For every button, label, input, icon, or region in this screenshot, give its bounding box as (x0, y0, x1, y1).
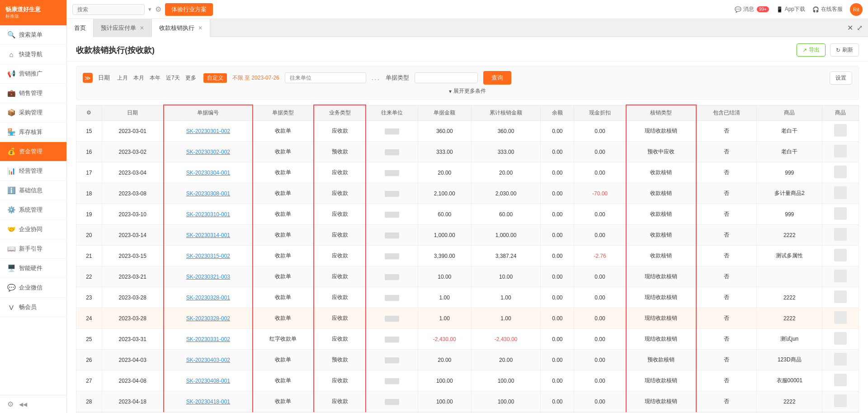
date-quick-btn-0[interactable]: 上月 (115, 73, 130, 83)
dropdown-icon[interactable]: ▾ (148, 6, 151, 13)
row-goods2 (822, 183, 859, 204)
partner-input[interactable] (285, 72, 366, 83)
sidebar-item-hardware[interactable]: 🖥️智能硬件 (0, 259, 66, 278)
date-quick-btn-3[interactable]: 近7天 (164, 73, 182, 83)
app-download-item[interactable]: 📱 App下载 (776, 5, 805, 13)
row-bill-no[interactable]: SK-20230304-001 (164, 162, 253, 183)
bill-type-select[interactable] (415, 72, 478, 83)
sidebar-item-finance[interactable]: 💰资金管理 (0, 142, 66, 161)
row-bill-no[interactable]: SK-20230403-002 (164, 350, 253, 370)
row-bill-no[interactable]: SK-20230314-001 (164, 225, 253, 246)
tab-prepay[interactable]: 预计应应付单✕ (94, 19, 152, 37)
date-quick-btn-2[interactable]: 本年 (148, 73, 162, 83)
sidebar-item-marketing[interactable]: 📢营销推广 (0, 64, 66, 84)
table-col-header-8: 余额 (541, 105, 574, 121)
row-bill-no[interactable]: SK-20230315-002 (164, 246, 253, 266)
row-verified: 333.00 (471, 142, 540, 162)
sidebar-item-inventory[interactable]: 🏪库存核算 (0, 123, 66, 142)
tab-close-receipt[interactable]: ✕ (198, 25, 203, 31)
avatar[interactable]: Rit (850, 3, 863, 16)
table-col-header-0[interactable]: ⚙ (76, 105, 102, 121)
date-quick-btn-4[interactable]: 更多 (184, 73, 198, 83)
bill-no-link[interactable]: SK-20230328-001 (186, 294, 230, 301)
tab-receipt[interactable]: 收款核销执行✕ (152, 19, 210, 37)
table-row: 172023-03-04SK-20230304-001收款单应收款████20.… (76, 162, 859, 183)
row-bill-no[interactable]: SK-20230310-001 (164, 204, 253, 225)
goods-thumb (834, 290, 847, 303)
expand-tab-button[interactable]: ⤢ (857, 24, 863, 32)
sidebar-item-sales[interactable]: 💼销售管理 (0, 84, 66, 103)
row-bill-no[interactable]: SK-20230331-002 (164, 329, 253, 350)
row-bill-no[interactable]: SK-20230328-001 (164, 287, 253, 308)
bill-no-link[interactable]: SK-20230304-001 (186, 170, 230, 176)
filter-expand-button[interactable]: ≫ (83, 73, 93, 83)
solution-button[interactable]: 体验行业方案 (165, 3, 213, 16)
row-bill-no[interactable]: SK-20230321-003 (164, 266, 253, 287)
bill-no-link[interactable]: SK-20230301-002 (186, 128, 230, 134)
sidebar-item-label-operations: 经营管理 (19, 167, 42, 175)
row-bill-type: 收款单 (253, 121, 314, 142)
sidebar-item-search[interactable]: 🔍搜索菜单 (0, 25, 66, 45)
sidebar-item-icon-purchase: 📦 (7, 109, 15, 117)
expand-more-link[interactable]: ▾ 展开更多条件 (449, 87, 486, 95)
row-bill-no[interactable]: SK-20230302-002 (164, 142, 253, 162)
message-icon: 💬 (735, 6, 741, 13)
row-partner: ████ (366, 370, 418, 391)
sidebar-item-guide[interactable]: 📖新手引导 (0, 239, 66, 259)
table-col-header-3: 单据类型 (253, 105, 314, 121)
filter-settings-button[interactable]: 设置 (830, 71, 852, 85)
search-input[interactable] (72, 4, 145, 15)
bill-no-link[interactable]: SK-20230308-001 (186, 190, 230, 197)
query-button[interactable]: 查询 (483, 71, 511, 85)
goods-thumb (834, 186, 847, 199)
row-no: 26 (76, 350, 102, 370)
close-tab-button[interactable]: ✕ (847, 24, 853, 32)
row-discount: 0.00 (574, 370, 626, 391)
row-partner: ████ (366, 142, 418, 162)
row-goods1: 测试多属性 (757, 246, 822, 266)
row-bill-no[interactable]: SK-20230408-001 (164, 370, 253, 391)
bill-no-link[interactable]: SK-20230315-002 (186, 253, 230, 259)
sidebar-item-operations[interactable]: 📊经营管理 (0, 161, 66, 181)
row-bill-no[interactable]: SK-20230301-002 (164, 121, 253, 142)
row-partner: ████ (366, 121, 418, 142)
date-quick-btn-1[interactable]: 本月 (132, 73, 146, 83)
bill-no-link[interactable]: SK-20230321-003 (186, 274, 230, 280)
custom-date-button[interactable]: 自定义 (203, 73, 227, 83)
settings-topbar-icon[interactable]: ⚙ (155, 5, 161, 14)
sidebar-item-wechat[interactable]: 💬企业微信 (0, 278, 66, 298)
sidebar-item-system[interactable]: ⚙️系统管理 (0, 200, 66, 220)
messages-icon-item[interactable]: 💬 消息 99+ (735, 5, 769, 13)
sidebar-item-basic[interactable]: ℹ️基础信息 (0, 181, 66, 200)
bill-no-link[interactable]: SK-20230418-001 (186, 399, 230, 405)
tab-home[interactable]: 首页 (67, 19, 94, 37)
row-bill-no[interactable]: SK-20230328-002 (164, 308, 253, 329)
row-bill-no[interactable]: SK-20230418-001 (164, 391, 253, 412)
row-included: 否 (696, 391, 757, 412)
bill-no-link[interactable]: SK-20230331-002 (186, 336, 230, 342)
sidebar-item-purchase[interactable]: 📦采购管理 (0, 103, 66, 123)
settings-icon[interactable]: ⚙ (7, 400, 14, 408)
sidebar-item-icon-wechat: 💬 (7, 284, 15, 292)
bill-no-link[interactable]: SK-20230302-002 (186, 149, 230, 155)
row-goods1: 老白干 (757, 142, 822, 162)
collapse-icon[interactable]: ◀◀ (19, 401, 27, 408)
table-row: 222023-03-21SK-20230321-003收款单应收款████10.… (76, 266, 859, 287)
sidebar-item-enterprise[interactable]: 🤝企业协同 (0, 220, 66, 239)
row-date: 2023-04-18 (102, 391, 164, 412)
tab-close-prepay[interactable]: ✕ (140, 25, 144, 31)
online-service-item[interactable]: 🎧 在线客服 (812, 5, 843, 13)
bill-no-link[interactable]: SK-20230328-002 (186, 315, 230, 322)
bill-no-link[interactable]: SK-20230310-001 (186, 211, 230, 218)
row-bill-no[interactable]: SK-20230308-001 (164, 183, 253, 204)
refresh-button[interactable]: ↻ 刷新 (830, 43, 859, 57)
settings-col-icon[interactable]: ⚙ (86, 109, 91, 116)
export-button[interactable]: ↗ 导出 (797, 43, 826, 57)
sidebar-item-member[interactable]: V畅会员 (0, 298, 66, 317)
bill-no-link[interactable]: SK-20230314-001 (186, 232, 230, 238)
bill-no-link[interactable]: SK-20230408-001 (186, 378, 230, 384)
bill-no-link[interactable]: SK-20230403-002 (186, 357, 230, 363)
row-included: 否 (696, 121, 757, 142)
sidebar-item-quick[interactable]: ⌂快捷导航 (0, 45, 66, 64)
table-col-header-10: 核销类型 (626, 105, 696, 121)
